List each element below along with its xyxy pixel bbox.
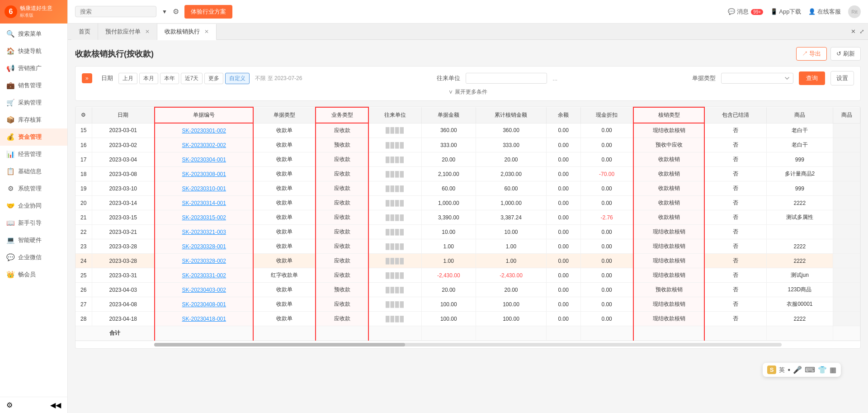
total-partner: [368, 326, 421, 341]
table-row[interactable]: 212023-03-15SK-20230315-002收款单应收款████3,3…: [75, 210, 860, 225]
table-row[interactable]: 152023-03-01SK-20230301-002收款单应收款████360…: [75, 123, 860, 138]
sidebar-item-企业微信[interactable]: 💬企业微信: [0, 249, 67, 266]
sidebar-icon: 💰: [6, 133, 14, 141]
row-includesettled: 否: [704, 138, 766, 152]
industry-solution-button[interactable]: 体验行业方案: [184, 5, 232, 19]
sidebar-item-智能硬件[interactable]: 💻智能硬件: [0, 232, 67, 249]
row-billno[interactable]: SK-20230308-001: [155, 167, 253, 181]
row-billno[interactable]: SK-20230301-002: [155, 123, 253, 138]
row-billtype: 收款单: [253, 297, 316, 312]
row-no: 27: [75, 297, 92, 312]
filter-7days[interactable]: 近7天: [181, 73, 203, 84]
table-row[interactable]: 252023-03-31SK-20230331-002红字收款单应收款████-…: [75, 268, 860, 283]
row-billno[interactable]: SK-20230310-001: [155, 181, 253, 196]
col-cashdiscount-header: 现金折扣: [580, 107, 633, 123]
filter-this-month[interactable]: 本月: [139, 73, 158, 84]
table-row[interactable]: 172023-03-04SK-20230304-001收款单应收款████20.…: [75, 152, 860, 167]
messages-icon[interactable]: 💬 消息 99+: [728, 8, 763, 16]
row-cancelamount: 1,000.00: [476, 196, 546, 210]
row-billno[interactable]: SK-20230315-002: [155, 210, 253, 225]
app-download-icon[interactable]: 📱 App下载: [770, 8, 801, 16]
filter-expand-more[interactable]: ∨ 展开更多条件: [82, 88, 854, 96]
table-row[interactable]: 232023-03-28SK-20230328-001收款单应收款████1.0…: [75, 239, 860, 254]
row-billno[interactable]: SK-20230321-003: [155, 225, 253, 239]
table-row[interactable]: 202023-03-14SK-20230314-001收款单应收款████1,0…: [75, 196, 860, 210]
collapse-icon[interactable]: ◀◀: [50, 401, 61, 409]
col-canceltype-header: 核销类型: [633, 107, 705, 123]
col-balance-header: 余额: [547, 107, 581, 123]
filter-custom[interactable]: 自定义: [225, 73, 250, 84]
topbar-gear-icon[interactable]: ⚙: [173, 7, 179, 16]
sidebar-item-营销推广[interactable]: 📢营销推广: [0, 60, 67, 77]
table-row[interactable]: 182023-03-08SK-20230308-001收款单应收款████2,1…: [75, 167, 860, 181]
sidebar-label: 资金管理: [18, 133, 42, 141]
row-no: 18: [75, 167, 92, 181]
tab-collection-label: 收款核销执行: [165, 28, 200, 36]
sidebar-item-新手引导[interactable]: 📖新手引导: [0, 214, 67, 232]
table-row[interactable]: 262023-04-03SK-20230403-002收款单预收款████20.…: [75, 283, 860, 297]
row-billno[interactable]: SK-20230302-002: [155, 138, 253, 152]
filter-last-month[interactable]: 上月: [118, 73, 137, 84]
row-partner: ████: [368, 152, 421, 167]
export-button[interactable]: ↗ 导出: [796, 47, 827, 61]
tab-prepayment-close[interactable]: ✕: [145, 28, 150, 35]
tab-home[interactable]: 首页: [71, 24, 98, 40]
sidebar-item-采购管理[interactable]: 🛒采购管理: [0, 94, 67, 111]
sidebar-item-搜索菜单[interactable]: 🔍搜索菜单: [0, 25, 67, 43]
filter-more[interactable]: 更多: [204, 73, 223, 84]
row-billno[interactable]: SK-20230418-001: [155, 312, 253, 326]
total-label: 合计: [75, 326, 155, 341]
search-input[interactable]: [75, 6, 156, 17]
sidebar-item-快捷导航[interactable]: 🏠快捷导航: [0, 43, 67, 60]
table-row[interactable]: 242023-03-28SK-20230328-002收款单应收款████1.0…: [75, 254, 860, 268]
sidebar-item-经营管理[interactable]: 📊经营管理: [0, 146, 67, 163]
row-billno[interactable]: SK-20230408-001: [155, 297, 253, 312]
row-billno[interactable]: SK-20230328-002: [155, 254, 253, 268]
row-billno[interactable]: SK-20230403-002: [155, 283, 253, 297]
row-cashdiscount: 0.00: [580, 225, 633, 239]
online-service-icon[interactable]: 👤 在线客服: [808, 8, 841, 16]
filter-bill-type-label: 单据类型: [692, 74, 716, 82]
row-billno[interactable]: SK-20230331-002: [155, 268, 253, 283]
tab-close-all-icon[interactable]: ✕: [851, 28, 856, 35]
table-row[interactable]: 282023-04-18SK-20230418-001收款单应收款████100…: [75, 312, 860, 326]
sidebar-item-系统管理[interactable]: ⚙系统管理: [0, 180, 67, 197]
sidebar-item-资金管理[interactable]: 💰资金管理: [0, 128, 67, 146]
sidebar-item-库存核算[interactable]: 📦库存核算: [0, 111, 67, 128]
refresh-button[interactable]: ↺ 刷新: [830, 47, 861, 61]
sidebar-item-畅会员[interactable]: 👑畅会员: [0, 266, 67, 283]
topbar-dropdown-icon[interactable]: ▼: [162, 9, 167, 15]
row-includesettled: 否: [704, 225, 766, 239]
row-no: 21: [75, 210, 92, 225]
row-canceltype: 现结收款核销: [633, 123, 705, 138]
table-row[interactable]: 192023-03-10SK-20230310-001收款单应收款████60.…: [75, 181, 860, 196]
total-includesettled: [704, 326, 766, 341]
tab-collection-close[interactable]: ✕: [204, 28, 209, 35]
row-balance: 0.00: [547, 312, 581, 326]
table-row[interactable]: 162023-03-02SK-20230302-002收款单预收款████333…: [75, 138, 860, 152]
user-avatar[interactable]: Rit: [848, 5, 861, 18]
row-amount: 100.00: [421, 312, 476, 326]
filter-partner-input[interactable]: [466, 73, 547, 84]
filter-bill-type-select[interactable]: [721, 73, 793, 84]
filter-settings-button[interactable]: 设置: [830, 71, 854, 85]
row-biztype: 应收款: [316, 152, 368, 167]
total-balance: [547, 326, 581, 341]
row-partner: ████: [368, 312, 421, 326]
row-billno[interactable]: SK-20230328-001: [155, 239, 253, 254]
row-billno[interactable]: SK-20230304-001: [155, 152, 253, 167]
query-button[interactable]: 查询: [799, 71, 825, 85]
tab-collection[interactable]: 收款核销执行 ✕: [157, 24, 217, 40]
row-canceltype: 收款核销: [633, 196, 705, 210]
row-billno[interactable]: SK-20230314-001: [155, 196, 253, 210]
sidebar-item-销售管理[interactable]: 💼销售管理: [0, 77, 67, 94]
filter-this-year[interactable]: 本年: [160, 73, 179, 84]
settings-icon[interactable]: ⚙: [6, 401, 13, 409]
table-row[interactable]: 272023-04-08SK-20230408-001收款单应收款████100…: [75, 297, 860, 312]
sidebar-item-基础信息[interactable]: 📋基础信息: [0, 163, 67, 180]
sidebar-item-企业协同[interactable]: 🤝企业协同: [0, 197, 67, 214]
tab-expand-icon[interactable]: ⤢: [859, 28, 864, 35]
table-row[interactable]: 222023-03-21SK-20230321-003收款单应收款████10.…: [75, 225, 860, 239]
tab-prepayment[interactable]: 预付款应付单 ✕: [98, 24, 157, 40]
filter-expand-button[interactable]: »: [82, 73, 92, 83]
